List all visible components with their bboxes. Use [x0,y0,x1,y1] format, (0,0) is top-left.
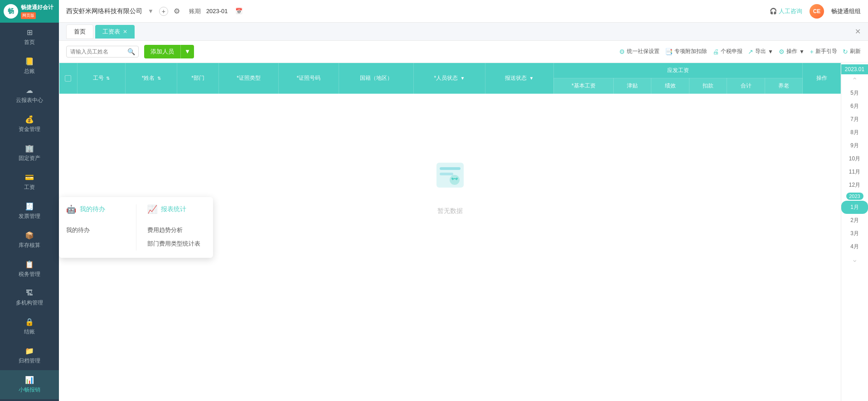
col-total: 合计 [727,78,765,94]
svg-point-3 [450,175,459,184]
col-performance: 绩效 [651,78,689,94]
period-label: 账期 [189,7,201,15]
timeline-month-8[interactable]: 8月 [841,126,868,139]
tab-salary-label: 工资表 [102,28,120,36]
tax-report-label: 个税申报 [721,48,742,55]
sidebar-label-tax: 税务管理 [19,271,40,278]
sidebar-label-finance: 资金管理 [19,126,40,133]
timeline-month-9[interactable]: 9月 [841,139,868,152]
col-employee-id: 工号 ⇅ [78,63,126,94]
guide-toolbar-icon: + [810,48,814,55]
popup-col-todo: 🤖 我的待办 我的待办 [66,204,125,251]
todo-icon: 🤖 [66,204,76,214]
settings-icon[interactable]: ⚙ [174,7,180,15]
multi-icon: 🏗 [26,289,33,297]
ledger-icon: 📒 [25,57,34,66]
popup-todo-item[interactable]: 我的待办 [66,223,125,237]
col-nationality: 国籍（地区） [339,63,413,94]
social-security-button[interactable]: ⚙ 统一社保设置 [619,48,659,55]
top-header: 西安虾米网络科技有限公司 ▼ + ⚙ 账期 2023-01 📅 🎧 人工咨询 C… [59,0,868,23]
sidebar-item-close[interactable]: 🔒 结账 [0,312,59,341]
special-deduct-button[interactable]: 📑 专项附加扣除 [665,48,707,55]
sidebar-item-multi[interactable]: 🏗 多机构管理 [0,284,59,312]
col-dept: *部门 [177,63,218,94]
timeline-month-6[interactable]: 6月 [841,100,868,113]
sidebar-label-invoice: 发票管理 [19,213,40,220]
tax-report-button[interactable]: 🖨 个税申报 [713,48,742,55]
svg-point-4 [451,178,453,179]
search-box: 🔍 [66,46,139,58]
special-deduct-label: 专项附加扣除 [674,48,707,55]
sort-icon-name[interactable]: ⇅ [157,76,161,81]
sidebar-item-archive[interactable]: 📁 归档管理 [0,341,59,370]
sidebar-item-xiaochang[interactable]: 📊 小畅报销 [0,370,59,399]
refresh-label: 刷新 [850,48,861,55]
sidebar-item-invoice[interactable]: 🧾 发票管理 [0,197,59,226]
add-company-button[interactable]: + [159,7,168,16]
sidebar-item-ledger[interactable]: 📒 总账 [0,52,59,81]
timeline-month-12[interactable]: 12月 [841,179,868,192]
inventory-icon: 📦 [25,231,34,240]
timeline-month-1[interactable]: 1月 [841,201,868,214]
user-name: 畅捷通组组 [831,7,861,15]
col-salary-group: 应发工资 [553,63,803,78]
tab-salary-table[interactable]: 工资表 ✕ [95,25,135,39]
export-button[interactable]: ↗ 导出 ▼ [748,48,773,55]
col-base-salary: *基本工资 [553,78,613,94]
sidebar-item-finance[interactable]: 💰 资金管理 [0,110,59,139]
col-pension: 养老 [765,78,802,94]
sidebar-item-home[interactable]: ⊞ 首页 [0,23,59,52]
operation-dropdown-icon: ▼ [799,48,805,55]
add-person-group: 添加人员 ▼ [144,45,194,58]
timeline-month-5[interactable]: 5月 [841,87,868,100]
timeline: 2023.01 ⌃ 5月 6月 7月 8月 9月 10月 11月 12月 202… [841,63,868,401]
period-value: 2023-01 [206,8,228,14]
timeline-month-3[interactable]: 3月 [841,227,868,240]
timeline-up-icon[interactable]: ⌃ [850,74,859,87]
sidebar-label-multi: 多机构管理 [16,299,43,307]
filter-icon-status[interactable]: ▼ [461,76,465,81]
company-dropdown-icon[interactable]: ▼ [148,8,154,14]
timeline-header: 2023.01 [841,64,868,74]
timeline-month-4[interactable]: 4月 [841,240,868,253]
refresh-button[interactable]: ↻ 刷新 [843,48,861,55]
sidebar-item-settings[interactable]: ⚙ 基础设置 [0,399,59,401]
sidebar-label-home: 首页 [24,39,35,46]
tab-home[interactable]: 首页 [66,24,93,39]
sidebar-item-tax[interactable]: 📋 税务管理 [0,255,59,284]
select-all-checkbox[interactable] [65,75,71,82]
popup-stats-item-1[interactable]: 费用趋势分析 [147,223,206,237]
sort-icon-id[interactable]: ⇅ [106,76,110,81]
service-label: 人工咨询 [779,7,802,15]
sidebar-item-cloud[interactable]: ☁ 云报表中心 [0,81,59,110]
add-person-dropdown-button[interactable]: ▼ [180,45,194,58]
popup-menu-row: 🤖 我的待办 我的待办 📈 报表统计 费用趋势分析 部门费用类型统计表 [66,204,206,251]
finance-icon: 💰 [25,115,34,124]
add-person-button[interactable]: 添加人员 [144,45,180,58]
timeline-month-2[interactable]: 2月 [841,214,868,227]
header-right: 🎧 人工咨询 CE 畅捷通组组 [770,4,861,19]
tab-close-icon[interactable]: ✕ [123,29,127,35]
export-icon: ↗ [748,48,753,55]
timeline-month-7[interactable]: 7月 [841,113,868,126]
operation-button[interactable]: ⚙ 操作 ▼ [779,48,805,55]
filter-icon-report[interactable]: ▼ [529,76,534,81]
timeline-month-11[interactable]: 11月 [841,165,868,179]
invoice-icon: 🧾 [25,202,34,211]
social-security-label: 统一社保设置 [627,48,659,55]
timeline-month-10[interactable]: 10月 [841,152,868,165]
calendar-icon[interactable]: 📅 [235,8,242,14]
popup-stats-item-2[interactable]: 部门费用类型统计表 [147,237,206,251]
sidebar-item-inventory[interactable]: 📦 库存核算 [0,226,59,255]
window-close-button[interactable]: ✕ [855,27,861,36]
service-button[interactable]: 🎧 人工咨询 [770,7,802,15]
timeline-down-icon[interactable]: ⌄ [850,253,859,266]
empty-text: 暂无数据 [437,207,463,215]
guide-button[interactable]: + 新手引导 [810,48,837,55]
company-name: 西安虾米网络科技有限公司 [66,7,142,15]
toolbar: 🔍 添加人员 ▼ ⚙ 统一社保设置 📑 专项附加扣除 🖨 个税申报 ↗ 导 [59,41,868,63]
sidebar-item-assets[interactable]: 🏢 固定资产 [0,139,59,168]
search-input[interactable] [70,48,125,55]
logo-text: 畅捷通好会计 网页版 [21,4,53,19]
sidebar-item-salary[interactable]: 💳 工资 [0,168,59,197]
